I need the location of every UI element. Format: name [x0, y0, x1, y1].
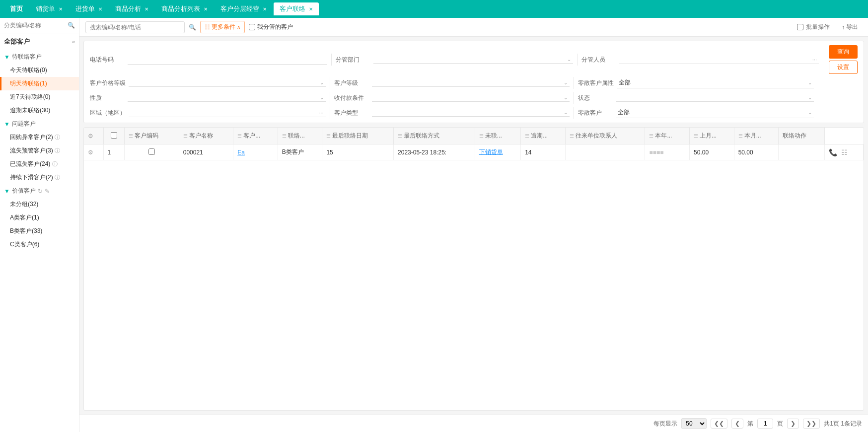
nav-item-sales[interactable]: 销货单 ✕	[30, 2, 69, 15]
page-prev-btn[interactable]: ❮	[731, 419, 743, 429]
filter-bar: 🔍 ☷ 更多条件 ∧ 我分管的客户 批量操作 ↑ 导出	[79, 18, 868, 37]
row-type: B类客户	[278, 144, 322, 160]
sidebar-item-tomorrow[interactable]: 明天待联络(1)	[0, 77, 79, 90]
sidebar-item-churned[interactable]: 已流失客户(24) ⓘ	[0, 157, 79, 171]
nav-item-analysis-list[interactable]: 商品分析列表 ✕	[155, 2, 214, 15]
nav-close-customer-contact[interactable]: ✕	[309, 6, 313, 12]
col-checkbox[interactable]	[103, 128, 125, 144]
page-size-select[interactable]: 50 20 100	[681, 418, 707, 429]
filter-row-4: 区域（地区） ··· 客户类型 ⌄ 零散客户	[90, 107, 858, 119]
sidebar-search-input[interactable]	[4, 22, 66, 29]
chevron-down-icon-3: ⌄	[564, 80, 568, 85]
page-number-input[interactable]	[757, 419, 773, 429]
page-first-btn[interactable]: ❮❮	[711, 419, 727, 429]
sidebar-item-week[interactable]: 近7天待联络(0)	[0, 90, 79, 104]
col-this-month: ☰本月...	[734, 128, 779, 144]
sidebar-item-overdue[interactable]: 逾期未联络(30)	[0, 104, 79, 117]
page-next-btn[interactable]: ❯	[787, 419, 799, 429]
filter-price-grade-select[interactable]: ⌄	[129, 79, 326, 87]
sidebar-item-repurchase-abnormal[interactable]: 回购异常客户(2) ⓘ	[0, 131, 79, 144]
filter-region-more[interactable]: ···	[129, 109, 326, 117]
query-button[interactable]: 查询	[829, 45, 858, 59]
row-code: 000021	[179, 144, 233, 160]
row-checkbox-cell[interactable]	[125, 144, 179, 160]
filter-search-input[interactable]	[85, 21, 185, 33]
sidebar-item-class-c[interactable]: C类客户(6)	[0, 238, 79, 251]
content-area: 🔍 ☷ 更多条件 ∧ 我分管的客户 批量操作 ↑ 导出	[79, 18, 868, 432]
my-customers-checkbox-label[interactable]: 我分管的客户	[249, 23, 293, 31]
nav-item-purchase[interactable]: 进货单 ✕	[70, 2, 108, 15]
row-gear[interactable]: ⚙	[84, 144, 103, 160]
col-code: ☰客户编码	[125, 128, 179, 144]
filter-customer-type-select[interactable]: ⌄	[372, 109, 570, 117]
filter-cell-sparse-attr: 零散客户属性 全部 ⌄	[578, 77, 814, 88]
set-button[interactable]: 设置	[829, 61, 858, 74]
filter-sparse-attr-select[interactable]: 全部 ⌄	[617, 77, 814, 88]
sidebar-search-icon[interactable]: 🔍	[68, 22, 75, 29]
nav-close-analysis[interactable]: ✕	[145, 6, 148, 12]
chevron-down-icon-7: ⌄	[808, 95, 812, 100]
filter-row-1: 电话号码 分管部门 ⌄ 分管人员 ···	[90, 45, 858, 74]
advanced-filters: 电话号码 分管部门 ⌄ 分管人员 ···	[83, 41, 864, 123]
chevron-down-icon-2: ⌄	[320, 80, 324, 85]
query-set-buttons: 查询 设置	[829, 45, 858, 74]
sidebar-item-today[interactable]: 今天待联络(0)	[0, 64, 79, 77]
sidebar-item-declining[interactable]: 持续下滑客户(2) ⓘ	[0, 171, 79, 184]
row-name[interactable]: Ea	[233, 144, 278, 160]
row-last-date: 2023-05-23 18:25:	[394, 144, 475, 160]
col-last-month: ☰上月...	[690, 128, 734, 144]
bulk-operation-btn[interactable]: 批量操作	[793, 21, 834, 33]
sidebar-section-problem[interactable]: ▼ 问题客户	[0, 117, 79, 131]
nav-item-customer-contact[interactable]: 客户联络 ✕	[274, 2, 319, 15]
my-customers-checkbox[interactable]	[249, 24, 255, 30]
value-refresh-icon[interactable]: ↻	[38, 188, 43, 195]
sidebar-item-class-b[interactable]: B类客户(33)	[0, 224, 79, 238]
col-last-method: ☰最后联络方式	[394, 128, 475, 144]
filter-search-icon[interactable]: 🔍	[189, 24, 196, 31]
filter-grade-select[interactable]: ⌄	[372, 79, 570, 87]
row-index: 1	[103, 144, 125, 160]
chevron-down-icon-4: ⌄	[808, 80, 812, 85]
col-this-year: ☰本年...	[645, 128, 690, 144]
sidebar-section-value[interactable]: ▼ 价值客户 ↻ ✎	[0, 184, 79, 198]
row-action-phone-icon[interactable]: 📞	[829, 148, 837, 156]
filter-phone-input[interactable]	[128, 55, 327, 65]
sidebar-section-pending[interactable]: ▼ 待联络客户	[0, 50, 79, 64]
table-footer: 每页显示 50 20 100 ❮❮ ❮ 第 页 ❯ ❯❯ 共1页 1条记录	[79, 415, 868, 432]
top-nav: 首页 销货单 ✕ 进货单 ✕ 商品分析 ✕ 商品分析列表 ✕ 客户分层经营 ✕ …	[0, 0, 868, 18]
filter-cell-dept: 分管部门 ⌄	[336, 56, 573, 64]
filter-cell-region: 区域（地区） ···	[90, 109, 326, 117]
col-gear[interactable]: ⚙	[84, 128, 103, 144]
row-this-year: 50.00	[690, 144, 734, 160]
customer-table-container: ⚙ ☰客户编码 ☰客户名称 ☰客户... ☰联络... ☰最后联络日期 ☰最后联…	[83, 127, 864, 411]
filter-dept-select[interactable]: ⌄	[373, 56, 573, 64]
filter-nature-select[interactable]: ⌄	[128, 94, 326, 102]
filter-payment-select[interactable]: ⌄	[372, 94, 570, 102]
nav-close-customer-layer[interactable]: ✕	[263, 6, 267, 12]
sidebar-item-churn-warning[interactable]: 流失预警客户(3) ⓘ	[0, 144, 79, 157]
sidebar-item-class-a[interactable]: A类客户(1)	[0, 211, 79, 224]
row-last-method[interactable]: 下销货单	[475, 144, 520, 160]
nav-item-home[interactable]: 首页	[4, 2, 29, 15]
chevron-down-icon-6: ⌄	[564, 95, 568, 100]
filter-person-more[interactable]: ···	[619, 56, 819, 64]
nav-close-purchase[interactable]: ✕	[98, 6, 102, 12]
row-action-grid-icon[interactable]: ☷	[841, 148, 848, 156]
page-last-btn[interactable]: ❯❯	[803, 419, 820, 429]
filter-cell-sparse: 零散客户 全部 ⌄	[578, 107, 814, 118]
export-btn[interactable]: ↑ 导出	[838, 21, 862, 33]
nav-item-analysis[interactable]: 商品分析 ✕	[109, 2, 154, 15]
filter-status-select[interactable]: ⌄	[616, 94, 814, 102]
row-contact-person: ■■■■	[645, 144, 690, 160]
nav-item-customer-layer[interactable]: 客户分层经营 ✕	[215, 2, 273, 15]
nav-close-sales[interactable]: ✕	[59, 6, 63, 12]
more-conditions-btn[interactable]: ☷ 更多条件 ∧	[200, 21, 245, 33]
value-edit-icon[interactable]: ✎	[45, 188, 50, 195]
filter-cell-nature: 性质 ⌄	[90, 94, 326, 102]
sidebar-item-ungrouped[interactable]: 未分组(32)	[0, 198, 79, 211]
sidebar: 🔍 全部客户 « ▼ 待联络客户 今天待联络(0) 明天待联络(1) 近7天待联…	[0, 18, 79, 432]
sidebar-all-customers[interactable]: 全部客户 «	[0, 33, 79, 50]
row-contact-count: 15	[322, 144, 394, 160]
filter-sparse-select[interactable]: 全部 ⌄	[616, 107, 814, 118]
nav-close-analysis-list[interactable]: ✕	[204, 6, 208, 12]
